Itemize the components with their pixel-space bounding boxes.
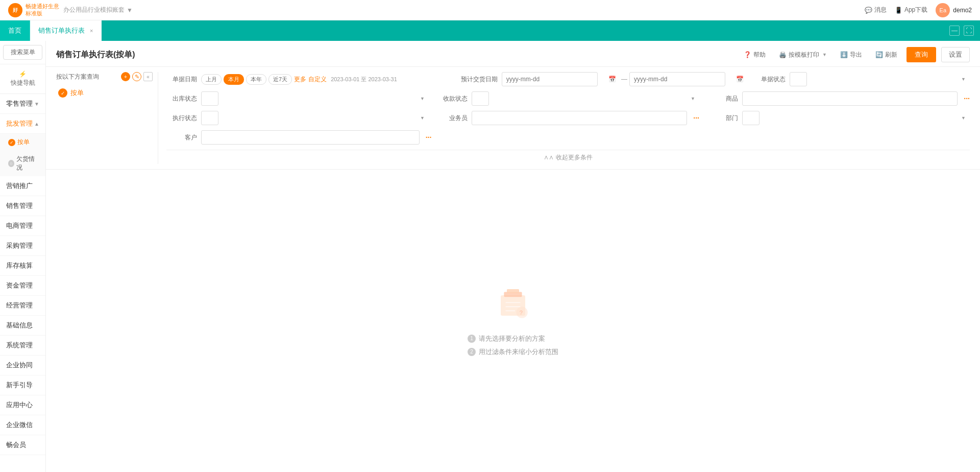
date-tag-this-month[interactable]: 本月 — [224, 74, 244, 85]
sidebar-item-operation[interactable]: 经营管理 — [0, 296, 45, 316]
status-select-wrapper — [790, 72, 970, 86]
tab-sales-order[interactable]: 销售订单执行表 × — [30, 20, 102, 41]
sidebar-item-retail[interactable]: 零售管理 ▼ — [0, 94, 45, 114]
page-title: 销售订单执行表(按单) — [56, 50, 135, 60]
date-custom-link[interactable]: 自定义 — [308, 75, 327, 84]
tab-minimize-btn[interactable]: — — [949, 26, 960, 36]
date-end-input[interactable] — [629, 72, 725, 86]
date-range-group: 📅 — 📅 — [502, 72, 747, 86]
svg-rect-2 — [507, 289, 519, 293]
collapse-left-btn[interactable]: « — [143, 72, 153, 81]
sidebar-item-wechat[interactable]: 企业微信 — [0, 415, 45, 435]
sidebar-sub-item-按单[interactable]: ✓ 按单 — [0, 134, 45, 151]
sidebar-item-member[interactable]: 畅会员 — [0, 435, 45, 455]
plan-item-按单[interactable]: ✓ 按单 — [56, 85, 153, 101]
salesperson-more-icon[interactable]: ··· — [693, 114, 699, 122]
customer-label: 客户 — [166, 133, 197, 142]
page-header: 销售订单执行表(按单) ❓ 帮助 🖨️ 按模板打印 ⬇️ 导出 🔄 刷新 — [46, 41, 980, 67]
content-body: ? 1 请先选择要分析的方案 2 用过滤条件来缩小分析范围 — [46, 170, 980, 472]
sidebar-item-purchase[interactable]: 采购管理 — [0, 236, 45, 256]
settings-btn[interactable]: 设置 — [941, 47, 970, 62]
filter-row-4: 客户 ··· — [166, 130, 970, 145]
sidebar-item-enterprise[interactable]: 企业协同 — [0, 356, 45, 375]
date-end-wrapper: 📅 — [629, 72, 747, 86]
dept-select-wrapper — [742, 111, 970, 125]
sidebar-item-system[interactable]: 系统管理 — [0, 336, 45, 356]
sidebar-item-basic[interactable]: 基础信息 — [0, 316, 45, 336]
salesperson-input[interactable] — [472, 111, 687, 125]
sidebar-search-button[interactable]: 搜索菜单 — [3, 45, 42, 60]
sidebar-item-newbie[interactable]: 新手引导 — [0, 375, 45, 395]
help-btn[interactable]: ❓ 帮助 — [740, 49, 770, 61]
collection-select-wrapper — [472, 91, 699, 106]
delivery-label: 出库状态 — [166, 95, 197, 103]
tip-num-2: 2 — [468, 348, 476, 356]
collapse-bar[interactable]: ∧∧ 收起更多条件 — [166, 150, 970, 164]
retail-arrow-icon: ▼ — [34, 101, 39, 107]
tab-close-icon[interactable]: × — [90, 28, 93, 34]
search-btn[interactable]: 查询 — [906, 47, 936, 62]
date-tag-7days[interactable]: 近7天 — [268, 74, 292, 85]
status-select[interactable] — [790, 72, 807, 86]
svg-text:?: ? — [520, 310, 523, 316]
help-icon: ❓ — [744, 51, 751, 58]
delivery-select-wrapper — [201, 91, 429, 106]
export-btn[interactable]: ⬇️ 导出 — [836, 49, 866, 61]
date-start-input[interactable] — [502, 72, 598, 86]
filter-row-1: 单据日期 上月 本月 本年 近7天 更多 自定义 20 — [166, 72, 970, 86]
empty-illustration: ? — [493, 283, 533, 324]
sidebar-item-marketing[interactable]: 营销推广 — [0, 176, 45, 196]
empty-tip-row-1: 1 请先选择要分析的方案 — [468, 332, 558, 345]
expected-date-label: 预计交货日期 — [461, 75, 498, 84]
refresh-icon: 🔄 — [875, 51, 883, 58]
sidebar-item-inventory[interactable]: 库存核算 — [0, 256, 45, 276]
template-print-btn[interactable]: 🖨️ 按模板打印 — [775, 49, 831, 61]
sidebar-item-wholesale[interactable]: 批发管理 ▲ — [0, 114, 45, 134]
execute-select[interactable] — [201, 111, 218, 125]
plan-circle-icon: ✓ — [58, 88, 67, 98]
main-layout: 搜索菜单 ⚡ 快捷导航 零售管理 ▼ 批发管理 ▲ ✓ 按单 ○ 欠货情况 — [0, 41, 980, 472]
sales-order-tab-label: 销售订单执行表 — [38, 26, 85, 35]
customer-input[interactable] — [201, 130, 420, 145]
header-right: 💬 消息 📱 App下载 Ea demo2 — [865, 3, 972, 17]
sidebar-item-app-center[interactable]: 应用中心 — [0, 395, 45, 415]
avatar: Ea — [936, 3, 950, 17]
sidebar-item-finance[interactable]: 资金管理 — [0, 276, 45, 296]
user-name: demo2 — [953, 7, 972, 14]
goods-input[interactable] — [742, 91, 958, 106]
wholesale-arrow-icon: ▲ — [34, 121, 39, 127]
user-profile[interactable]: Ea demo2 — [936, 3, 972, 17]
sidebar-item-quick-nav[interactable]: ⚡ 快捷导航 — [0, 66, 45, 91]
page-actions: ❓ 帮助 🖨️ 按模板打印 ⬇️ 导出 🔄 刷新 查询 设置 — [740, 47, 970, 62]
customer-more-icon[interactable]: ··· — [426, 133, 432, 141]
filter-left-actions: + ✎ « — [121, 72, 153, 81]
message-action[interactable]: 💬 消息 — [865, 6, 887, 14]
sidebar: 搜索菜单 ⚡ 快捷导航 零售管理 ▼ 批发管理 ▲ ✓ 按单 ○ 欠货情况 — [0, 41, 46, 472]
sidebar-item-ecommerce[interactable]: 电商管理 — [0, 216, 45, 236]
collection-select[interactable] — [472, 91, 489, 106]
refresh-btn[interactable]: 🔄 刷新 — [871, 49, 901, 61]
content-area: 销售订单执行表(按单) ❓ 帮助 🖨️ 按模板打印 ⬇️ 导出 🔄 刷新 — [46, 41, 980, 472]
goods-more-icon[interactable]: ··· — [964, 95, 970, 103]
date-tag-group: 上月 本月 本年 近7天 更多 自定义 — [201, 74, 327, 85]
app-download-action[interactable]: 📱 App下载 — [895, 6, 927, 14]
filter-field-execute: 执行状态 — [166, 111, 429, 125]
filter-field-delivery: 出库状态 — [166, 91, 429, 106]
execute-label: 执行状态 — [166, 114, 197, 123]
delivery-select[interactable] — [201, 91, 218, 106]
add-plan-btn[interactable]: + — [121, 72, 130, 81]
date-separator: — — [621, 76, 627, 83]
date-more-link[interactable]: 更多 — [294, 75, 306, 84]
tab-home[interactable]: 首页 — [0, 20, 30, 41]
collection-label: 收款状态 — [437, 95, 468, 103]
tab-maximize-btn[interactable]: ⛶ — [964, 26, 974, 36]
sidebar-item-sales[interactable]: 销售管理 — [0, 196, 45, 216]
filter-right: 单据日期 上月 本月 本年 近7天 更多 自定义 20 — [158, 72, 970, 164]
inactive-plan-icon: ○ — [8, 160, 14, 167]
sidebar-sub-item-欠货情况[interactable]: ○ 欠货情况 — [0, 151, 45, 176]
breadcrumb-dropdown-icon[interactable]: ▼ — [127, 7, 133, 14]
dept-select[interactable] — [742, 111, 760, 125]
edit-plan-btn[interactable]: ✎ — [132, 72, 141, 81]
date-tag-this-year[interactable]: 本年 — [246, 74, 266, 85]
date-tag-last-month[interactable]: 上月 — [201, 74, 222, 85]
